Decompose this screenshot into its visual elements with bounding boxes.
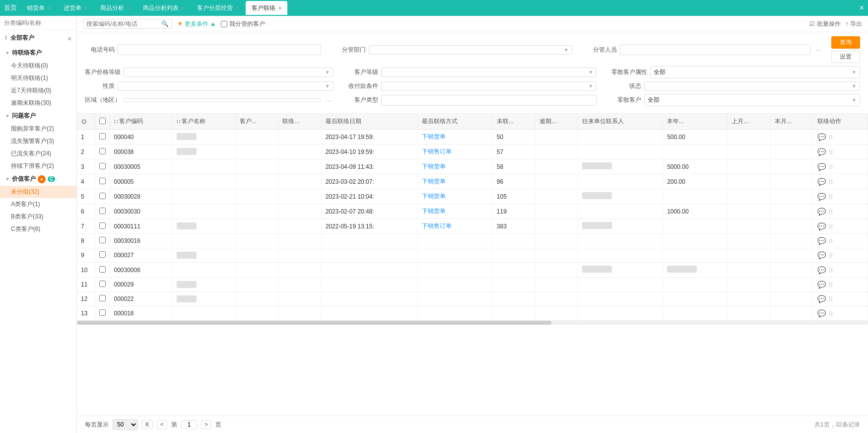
cell-check[interactable] (95, 219, 110, 234)
manager-dots-icon[interactable]: ··· (813, 46, 823, 54)
my-customers-checkbox[interactable] (221, 21, 227, 27)
chat-action-icon[interactable]: 💬 (817, 295, 826, 303)
col-contact-person[interactable]: 往来单位联系人 (578, 114, 663, 130)
page-number-input[interactable] (181, 420, 197, 429)
chat-action-icon[interactable]: 💬 (817, 208, 826, 216)
cell-check[interactable] (95, 306, 110, 321)
row-checkbox[interactable] (99, 237, 106, 243)
filter-search-icon[interactable]: 🔍 (161, 20, 169, 27)
chat-action-icon[interactable]: 💬 (817, 148, 826, 156)
chat-action-icon[interactable]: 💬 (817, 281, 826, 289)
col-last-month[interactable]: 上月... (728, 114, 770, 130)
cell-action[interactable]: 💬⁝⁝ (813, 189, 868, 204)
chat-action-icon[interactable]: 💬 (817, 163, 826, 171)
cell-action[interactable]: 💬⁝⁝ (813, 278, 868, 292)
select-scatter-attr[interactable]: 全部 ▼ (650, 66, 860, 78)
more-action-icon[interactable]: ⁝⁝ (829, 148, 833, 156)
cell-check[interactable] (95, 130, 110, 144)
cell-last-method[interactable] (418, 306, 493, 321)
tab-salesorder[interactable]: 销货单 × (21, 1, 57, 15)
chat-action-icon[interactable]: 💬 (817, 266, 826, 274)
cell-action[interactable]: 💬⁝⁝ (813, 130, 868, 144)
sidebar-item-declining[interactable]: 持续下滑客户(2) (0, 160, 76, 172)
sidebar-group-pending[interactable]: ▼ 待联络客户 (0, 46, 76, 60)
col-overdue[interactable]: 逾期... (535, 114, 578, 130)
row-checkbox[interactable] (99, 133, 106, 140)
sidebar-item-class-a[interactable]: A类客户(1) (0, 198, 76, 211)
cell-last-method[interactable]: 下销货单 (418, 174, 493, 189)
cell-last-method[interactable] (418, 234, 493, 248)
cell-check[interactable] (95, 234, 110, 248)
col-name[interactable]: ∷ 客户名称 (173, 114, 236, 130)
cell-last-method[interactable]: 下销售订单 (418, 144, 493, 159)
more-action-icon[interactable]: ⁝⁝ (829, 193, 833, 201)
query-button[interactable]: 查询 (831, 36, 860, 49)
cell-check[interactable] (95, 159, 110, 174)
customer-table-wrapper[interactable]: ⚙ ∷ 客户编码 ∷ 客户名称 客户... 联络... 最后 (77, 114, 868, 416)
last-method-link[interactable]: 下销货单 (422, 193, 446, 200)
cell-check[interactable] (95, 263, 110, 278)
cell-check[interactable] (95, 248, 110, 263)
sidebar-item-abnormal[interactable]: 囤购异常客户(2) (0, 123, 76, 135)
cell-action[interactable]: 💬⁝⁝ (813, 219, 868, 234)
last-method-link[interactable]: 下销售订单 (422, 222, 452, 229)
cell-last-method[interactable] (418, 278, 493, 292)
row-checkbox[interactable] (99, 208, 106, 214)
cell-action[interactable]: 💬⁝⁝ (813, 263, 868, 278)
tab-close-product-analysis[interactable]: × (127, 5, 130, 11)
sidebar-item-today-pending[interactable]: 今天待联络(0) (0, 60, 76, 72)
cell-last-method[interactable] (418, 292, 493, 306)
row-checkbox[interactable] (99, 193, 106, 199)
cell-last-method[interactable]: 下销售订单 (418, 219, 493, 234)
last-method-link[interactable]: 下销货单 (422, 163, 446, 170)
cell-check[interactable] (95, 174, 110, 189)
select-customer-level[interactable]: ▼ (381, 68, 597, 77)
sidebar-search-input[interactable] (4, 19, 77, 26)
chat-action-icon[interactable]: 💬 (817, 133, 826, 141)
select-price-level[interactable]: ▼ (124, 68, 334, 77)
settings-icon[interactable]: ⚙ (81, 118, 87, 126)
row-checkbox[interactable] (99, 178, 106, 184)
cell-action[interactable]: 💬⁝⁝ (813, 174, 868, 189)
cell-action[interactable]: 💬⁝⁝ (813, 292, 868, 306)
cell-last-method[interactable]: 下销货单 (418, 189, 493, 204)
per-page-select[interactable]: 50 100 200 (113, 419, 138, 430)
prev-page-button[interactable]: < (157, 420, 167, 429)
cell-last-method[interactable] (418, 263, 493, 278)
row-checkbox[interactable] (99, 222, 106, 229)
select-scatter[interactable]: 全部 ▼ (644, 94, 860, 106)
more-action-icon[interactable]: ⁝⁝ (829, 295, 833, 303)
cell-action[interactable]: 💬⁝⁝ (813, 144, 868, 159)
row-checkbox[interactable] (99, 148, 106, 154)
chat-action-icon[interactable]: 💬 (817, 178, 826, 186)
tab-home[interactable]: 首页 (4, 3, 17, 12)
cell-action[interactable]: 💬⁝⁝ (813, 306, 868, 321)
cell-action[interactable]: 💬⁝⁝ (813, 248, 868, 263)
tab-close-purchaseorder[interactable]: × (84, 5, 87, 11)
cell-check[interactable] (95, 189, 110, 204)
row-checkbox[interactable] (99, 251, 106, 258)
more-action-icon[interactable]: ⁝⁝ (829, 208, 833, 216)
more-action-icon[interactable]: ⁝⁝ (829, 281, 833, 289)
chat-action-icon[interactable]: 💬 (817, 237, 826, 245)
sidebar-item-churn-warning[interactable]: 流失预警客户(3) (0, 135, 76, 147)
tab-customer-segment[interactable]: 客户分层经营 × (191, 1, 245, 15)
col-last-date[interactable]: 最后联络日期 (321, 114, 418, 130)
select-status[interactable]: ▼ (644, 81, 860, 91)
select-all-checkbox[interactable] (99, 118, 106, 124)
more-action-icon[interactable]: ⁝⁝ (829, 309, 833, 317)
filter-search-input[interactable] (86, 20, 161, 27)
tab-close-customer-segment[interactable]: × (236, 5, 239, 11)
col-unliaised[interactable]: 未联... (492, 114, 535, 130)
select-region[interactable] (124, 98, 321, 102)
row-checkbox[interactable] (99, 281, 106, 287)
chat-action-icon[interactable]: 💬 (817, 193, 826, 201)
select-payment[interactable]: ▼ (381, 81, 597, 91)
more-action-icon[interactable]: ⁝⁝ (829, 237, 833, 245)
tab-purchaseorder[interactable]: 进货单 × (58, 1, 93, 15)
sidebar-item-class-c[interactable]: C类客户(6) (0, 223, 76, 235)
tab-close-product-analysis-list[interactable]: × (182, 5, 185, 11)
reset-button[interactable]: 设置 (831, 51, 860, 63)
cell-check[interactable] (95, 144, 110, 159)
more-action-icon[interactable]: ⁝⁝ (829, 222, 833, 230)
